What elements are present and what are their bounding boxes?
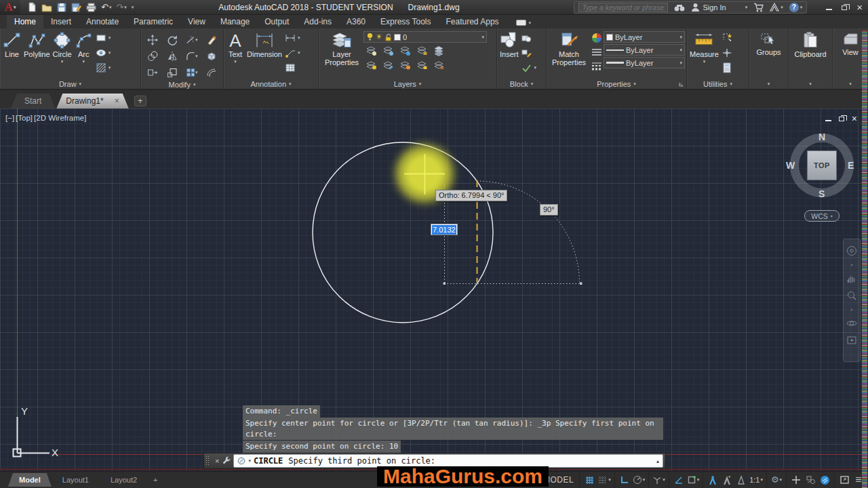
hatch-tool-button[interactable]: ▾ xyxy=(95,62,111,74)
layout1-tab[interactable]: Layout1 xyxy=(52,473,100,487)
save-button[interactable] xyxy=(57,2,66,12)
new-layout-button[interactable]: + xyxy=(148,473,163,487)
viewcube-east[interactable]: E xyxy=(848,160,854,171)
linetype-button[interactable] xyxy=(591,46,603,58)
tab-express-tools[interactable]: Express Tools xyxy=(373,15,438,28)
restore-button[interactable] xyxy=(842,3,847,12)
trim-tool-button[interactable]: ▾ xyxy=(186,34,198,46)
snap-toggle-button[interactable]: ▾ xyxy=(597,473,611,487)
quick-calc-button[interactable] xyxy=(721,62,733,74)
modify-panel-expander[interactable]: Modify▾ xyxy=(141,81,223,89)
measure-button[interactable]: Measure ▾ xyxy=(688,30,720,65)
draw-panel-expander[interactable]: Draw▾ xyxy=(0,79,140,89)
layer-select-dropdown[interactable]: ☀ 0 ▾ xyxy=(363,31,487,43)
color-dropdown[interactable]: ByLayer▾ xyxy=(604,31,685,43)
qat-customize-button[interactable]: ▾ xyxy=(132,2,134,12)
customize-wrench-icon[interactable] xyxy=(222,456,231,466)
quick-select-button[interactable] xyxy=(721,32,733,44)
erase-tool-button[interactable] xyxy=(205,34,218,46)
layer-freeze-button[interactable] xyxy=(399,45,411,57)
viewcube-west[interactable]: W xyxy=(786,160,795,171)
ortho-toggle-button[interactable] xyxy=(618,473,631,487)
leader-button[interactable]: ▾ xyxy=(284,47,300,59)
layer-lock-button[interactable] xyxy=(416,45,428,57)
graphics-performance-button[interactable] xyxy=(818,473,831,487)
tab-parametric[interactable]: Parametric xyxy=(126,15,180,28)
drawing-minimize-button[interactable] xyxy=(825,115,831,123)
new-file-button[interactable] xyxy=(27,2,37,12)
clipboard-panel-expander[interactable]: ▾ xyxy=(789,79,832,89)
drawing-viewport[interactable]: Y X [−] [Top] [2D Wireframe] × xyxy=(0,108,868,471)
groups-panel-expander[interactable]: ▾ xyxy=(749,79,788,89)
viewport-view-control[interactable]: [Top] xyxy=(16,114,33,122)
lineweight-button[interactable] xyxy=(591,60,603,73)
tab-manage[interactable]: Manage xyxy=(213,15,257,28)
circle-tool-button[interactable]: Circle ▾ xyxy=(52,30,73,65)
dynamic-input-field[interactable]: 7.0132 xyxy=(431,224,458,235)
layer-states-button[interactable] xyxy=(433,45,445,57)
isolate-objects-button[interactable] xyxy=(804,473,816,487)
annotation-visibility-button[interactable] xyxy=(707,473,719,487)
recent-commands-icon[interactable] xyxy=(237,457,245,465)
polar-tracking-button[interactable]: ▾ xyxy=(633,473,646,487)
annotation-panel-expander[interactable]: Annotation▾ xyxy=(224,79,318,89)
move-tool-button[interactable] xyxy=(146,34,159,46)
viewcube-north[interactable]: N xyxy=(818,131,825,142)
tab-addins[interactable]: Add-ins xyxy=(296,15,339,28)
help-button[interactable]: ? ▾ xyxy=(789,3,803,12)
layer-unlock-all-button[interactable] xyxy=(416,59,428,71)
clipboard-paste-button[interactable]: Clipboard xyxy=(793,30,827,59)
search-input[interactable] xyxy=(578,3,668,12)
groups-button[interactable]: Groups xyxy=(755,30,782,57)
drawing-restore-button[interactable] xyxy=(839,115,844,123)
wcs-menu[interactable]: WCS▾ xyxy=(804,210,840,222)
layer-walk-button[interactable] xyxy=(433,59,445,71)
layer-prev-button[interactable] xyxy=(399,59,411,71)
object-color-button[interactable] xyxy=(591,32,603,44)
dimension-tool-button[interactable]: Dimension xyxy=(245,30,283,59)
match-properties-button[interactable]: Match Properties xyxy=(548,30,590,67)
dock-close-button[interactable]: × xyxy=(212,457,222,465)
dock-grip-handle[interactable] xyxy=(205,455,210,466)
tab-home[interactable]: Home xyxy=(7,15,43,28)
fillet-tool-button[interactable]: ▾ xyxy=(186,50,198,62)
close-button[interactable]: × xyxy=(856,3,863,12)
viewcube-south[interactable]: S xyxy=(818,188,825,199)
file-tab-start[interactable]: Start xyxy=(11,94,55,108)
polyline-tool-button[interactable]: Polyline xyxy=(22,30,52,59)
open-file-button[interactable] xyxy=(41,2,52,12)
annotation-monitor-button[interactable] xyxy=(790,473,802,487)
layout2-tab[interactable]: Layout2 xyxy=(100,473,148,487)
pan-hand-icon[interactable] xyxy=(846,273,857,284)
lineweight-dropdown[interactable]: ByLayer▾ xyxy=(604,57,685,68)
file-tab-drawing1[interactable]: Drawing1* × xyxy=(56,94,128,108)
layer-make-current-button[interactable] xyxy=(365,59,377,71)
osnap-tracking-button[interactable] xyxy=(673,473,685,487)
search-binoculars-icon[interactable] xyxy=(674,3,685,12)
view-interface-button[interactable]: View xyxy=(841,30,861,57)
ellipse-tool-button[interactable]: ▾ xyxy=(95,47,111,59)
properties-dialog-launcher[interactable] xyxy=(679,82,684,87)
mirror-tool-button[interactable] xyxy=(166,50,178,62)
arc-tool-button[interactable]: Arc ▾ xyxy=(73,30,94,65)
layer-isolate-button[interactable] xyxy=(382,45,394,57)
viewcube-top-face[interactable]: TOP xyxy=(807,150,837,180)
minimize-button[interactable] xyxy=(826,3,832,12)
line-tool-button[interactable]: Line xyxy=(1,30,22,59)
rectangle-tool-button[interactable]: ▾ xyxy=(95,32,111,44)
annotation-scale-button[interactable] xyxy=(735,473,747,487)
tab-featured-apps[interactable]: Featured Apps xyxy=(439,15,507,28)
layers-panel-expander[interactable]: Layers▾ xyxy=(319,79,496,89)
workspace-switching-button[interactable]: ⚙▾ xyxy=(770,473,783,487)
layer-match-button[interactable] xyxy=(382,59,394,71)
osnap-button[interactable]: ▾ xyxy=(687,473,700,487)
history-expand-icon[interactable]: ▴ xyxy=(656,458,659,464)
table-button[interactable] xyxy=(284,62,300,74)
create-block-button[interactable] xyxy=(521,32,537,44)
scale-tool-button[interactable] xyxy=(166,66,178,79)
insert-block-button[interactable]: Insert xyxy=(498,30,520,59)
linear-dim-button[interactable]: ▾ xyxy=(284,32,300,44)
tab-output[interactable]: Output xyxy=(257,15,296,28)
save-as-button[interactable] xyxy=(71,2,81,12)
isometric-drafting-button[interactable]: ▾ xyxy=(652,473,665,487)
